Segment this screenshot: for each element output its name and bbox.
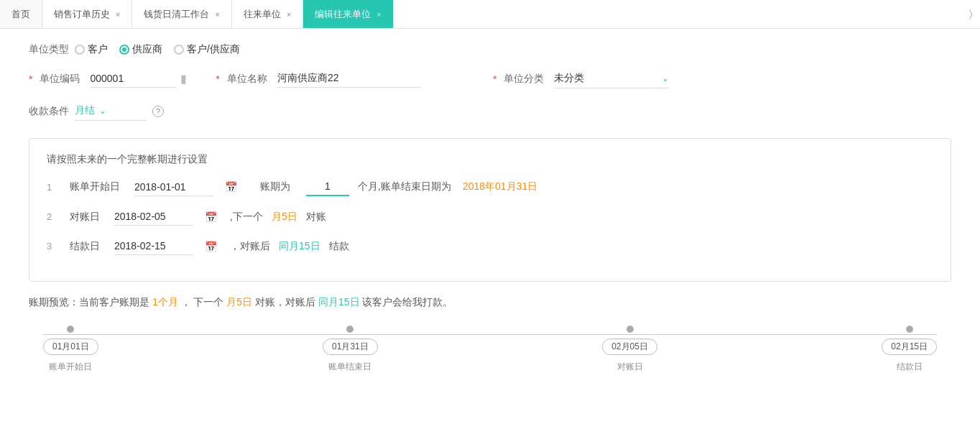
timeline-label-0: 账单开始日 bbox=[49, 361, 92, 373]
timeline-item-0: 01月01日 账单开始日 bbox=[43, 326, 98, 373]
row-num-3: 3 bbox=[47, 241, 61, 252]
unit-name-input[interactable] bbox=[277, 70, 421, 88]
reconcile-suffix-text: 对账 bbox=[306, 211, 326, 224]
timeline-tag-1: 01月31日 bbox=[323, 339, 378, 355]
required-star-name: * bbox=[216, 73, 219, 85]
payment-terms-value: 月结 bbox=[75, 104, 95, 117]
radio-circle-both bbox=[174, 45, 184, 55]
reconcile-suffix-prefix: ,下一个 bbox=[230, 211, 263, 224]
payment-date-calendar-icon[interactable]: 📅 bbox=[205, 241, 217, 252]
preview-label: 账期预览：当前客户账期是 bbox=[29, 296, 149, 308]
close-partner[interactable]: × bbox=[287, 10, 291, 19]
preview-period: 1个月 bbox=[152, 296, 178, 308]
start-date-label: 账单开始日 bbox=[70, 180, 120, 193]
radio-supplier[interactable]: 供应商 bbox=[119, 43, 162, 56]
reconcile-date-calendar-icon[interactable]: 📅 bbox=[205, 211, 217, 223]
reconcile-suffix-orange: 月5日 bbox=[272, 211, 297, 224]
timeline-tag-2: 02月05日 bbox=[602, 339, 657, 355]
tab-cash-work[interactable]: 钱货日清工作台 × bbox=[132, 0, 231, 28]
main-content: 单位类型 客户 供应商 客户/供应商 * 单位编码 ▮ bbox=[0, 29, 980, 437]
payment-terms-label: 收款条件 bbox=[29, 105, 69, 118]
tab-arrow[interactable]: 〉 bbox=[962, 0, 980, 28]
timeline-item-2: 02月05日 对账日 bbox=[602, 326, 657, 373]
close-cash-work[interactable]: × bbox=[215, 10, 219, 19]
payment-suffix-teal: 同月15日 bbox=[279, 240, 320, 253]
unit-code-label: 单位编码 bbox=[40, 73, 80, 86]
setting-row-2: 2 对账日 📅 ,下一个 月5日 对账 bbox=[47, 208, 933, 226]
reconcile-date-input[interactable] bbox=[114, 208, 193, 226]
tab-sales-history[interactable]: 销售订单历史 × bbox=[42, 0, 132, 28]
unit-code-field: * 单位编码 ▮ bbox=[29, 70, 187, 88]
required-star-category: * bbox=[493, 73, 496, 85]
period-settings-card: 请按照未来的一个完整帐期进行设置 1 账单开始日 📅 账期为 个月,账单结束日期… bbox=[29, 138, 951, 282]
preview-next-prefix: 下一个 bbox=[193, 296, 223, 308]
timeline-node-2 bbox=[627, 326, 634, 333]
preview-payment-teal: 同月15日 bbox=[318, 296, 360, 308]
preview-comma: ， bbox=[181, 296, 191, 308]
payment-terms-select[interactable]: 月结 ⌄ bbox=[75, 101, 147, 121]
preview-end: 该客户会给我打款。 bbox=[362, 296, 453, 308]
tab-edit-partner[interactable]: 编辑往来单位 × bbox=[303, 0, 393, 28]
tab-partner[interactable]: 往来单位 × bbox=[232, 0, 303, 28]
card-title: 请按照未来的一个完整帐期进行设置 bbox=[47, 153, 933, 166]
preview-next-orange: 月5日 bbox=[226, 296, 252, 308]
preview-reconcile: 对账，对账后 bbox=[255, 296, 315, 308]
category-dropdown-arrow: ⌄ bbox=[662, 73, 669, 83]
tab-bar: 首页 销售订单历史 × 钱货日清工作台 × 往来单位 × 编辑往来单位 × 〉 bbox=[0, 0, 980, 29]
preview-section: 账期预览：当前客户账期是 1个月 ， 下一个 月5日 对账，对账后 同月15日 … bbox=[29, 293, 951, 311]
timeline-item-3: 02月15日 结款日 bbox=[882, 326, 937, 373]
setting-row-1: 1 账单开始日 📅 账期为 个月,账单结束日期为 2018年01月31日 bbox=[47, 178, 933, 196]
radio-both[interactable]: 客户/供应商 bbox=[174, 43, 240, 56]
timeline-label-2: 对账日 bbox=[617, 361, 643, 373]
radio-circle-customer bbox=[75, 45, 85, 55]
payment-terms-row: 收款条件 月结 ⌄ ? bbox=[29, 101, 951, 121]
timeline-node-0 bbox=[67, 326, 74, 333]
copy-icon[interactable]: ▮ bbox=[180, 72, 187, 86]
tab-home[interactable]: 首页 bbox=[0, 0, 42, 28]
payment-suffix-text: 结款 bbox=[329, 240, 349, 253]
unit-code-input[interactable] bbox=[90, 70, 176, 88]
payment-date-label: 结款日 bbox=[70, 240, 100, 253]
setting-row-3: 3 结款日 📅 ，对账后 同月15日 结款 bbox=[47, 237, 933, 255]
code-name-category-row: * 单位编码 ▮ * 单位名称 * 单位分类 未分类 ⌄ bbox=[29, 69, 951, 88]
close-sales-history[interactable]: × bbox=[116, 10, 120, 19]
unit-type-row: 单位类型 客户 供应商 客户/供应商 bbox=[29, 43, 951, 56]
period-unit-text: 个月,账单结束日期为 bbox=[358, 180, 451, 193]
start-date-input[interactable] bbox=[134, 178, 213, 196]
start-date-calendar-icon[interactable]: 📅 bbox=[225, 181, 237, 193]
timeline-node-1 bbox=[346, 326, 353, 333]
unit-code-input-group: ▮ bbox=[90, 70, 187, 88]
payment-suffix-prefix: ，对账后 bbox=[230, 240, 270, 253]
unit-category-select[interactable]: 未分类 ⌄ bbox=[554, 69, 669, 88]
payment-terms-dropdown-arrow: ⌄ bbox=[99, 106, 106, 116]
timeline-tag-0: 01月01日 bbox=[43, 339, 98, 355]
unit-type-radio-group: 客户 供应商 客户/供应商 bbox=[75, 43, 240, 56]
unit-category-field: * 单位分类 未分类 ⌄ bbox=[493, 69, 669, 88]
row-num-2: 2 bbox=[47, 211, 61, 222]
period-input[interactable] bbox=[306, 178, 349, 196]
timeline-node-3 bbox=[906, 326, 913, 333]
unit-category-label: 单位分类 bbox=[504, 73, 544, 86]
row-num-1: 1 bbox=[47, 182, 61, 193]
unit-type-label: 单位类型 bbox=[29, 43, 69, 56]
timeline-item-1: 01月31日 账单结束日 bbox=[323, 326, 378, 373]
payment-date-input[interactable] bbox=[114, 237, 193, 255]
period-end-hint: 2018年01月31日 bbox=[463, 180, 537, 193]
unit-name-label: 单位名称 bbox=[227, 73, 267, 86]
unit-name-field: * 单位名称 bbox=[216, 70, 420, 88]
timeline-label-3: 结款日 bbox=[897, 361, 923, 373]
required-star-code: * bbox=[29, 73, 32, 85]
radio-circle-supplier bbox=[119, 45, 129, 55]
timeline-label-1: 账单结束日 bbox=[328, 361, 371, 373]
timeline-items: 01月01日 账单开始日 01月31日 账单结束日 02月05日 对账日 02月… bbox=[43, 326, 937, 373]
timeline-container: 01月01日 账单开始日 01月31日 账单结束日 02月05日 对账日 02月… bbox=[29, 326, 951, 395]
period-label: 账期为 bbox=[260, 180, 290, 193]
reconcile-date-label: 对账日 bbox=[70, 211, 100, 224]
close-edit-partner[interactable]: × bbox=[376, 10, 381, 19]
radio-customer[interactable]: 客户 bbox=[75, 43, 108, 56]
help-icon[interactable]: ? bbox=[152, 106, 164, 117]
timeline-tag-3: 02月15日 bbox=[882, 339, 937, 355]
